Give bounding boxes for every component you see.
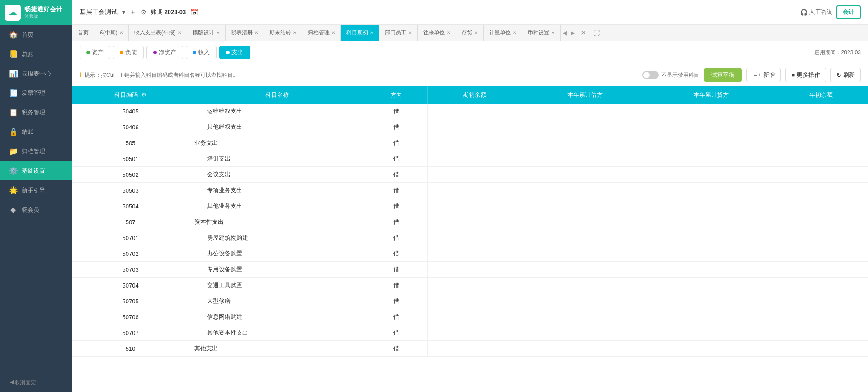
refresh-icon: ↻ — [836, 72, 841, 79]
sidebar-item-archive[interactable]: 📁 归档管理 — [0, 142, 72, 161]
tab-close-currency[interactable]: ✕ — [551, 30, 555, 35]
column-settings-icon[interactable]: ⚙ — [142, 92, 146, 98]
cell-direction: 借 — [365, 214, 428, 230]
cell-year-credit — [648, 135, 774, 151]
tab-home[interactable]: 首页 — [72, 25, 94, 41]
calculate-btn[interactable]: 试算平衡 — [704, 68, 742, 82]
tab-subject-period[interactable]: 科目期初 ✕ — [341, 25, 379, 41]
table-row[interactable]: 50406 其他维权支出 借 — [72, 119, 868, 135]
table-row[interactable]: 50501 培训支出 借 — [72, 151, 868, 167]
table-row[interactable]: 50706 信息网络购建 借 — [72, 309, 868, 325]
sidebar-item-guide[interactable]: 🌟 新手引导 — [0, 180, 72, 200]
sidebar-item-tax[interactable]: 📋 税务管理 — [0, 103, 72, 122]
cell-year-balance — [774, 341, 868, 357]
dot-income — [193, 51, 196, 54]
table-row[interactable]: 50701 房屋建筑物购建 借 — [72, 230, 868, 246]
settings-btn[interactable]: ⚙ — [141, 9, 146, 16]
table-row[interactable]: 50702 办公设备购置 借 — [72, 246, 868, 262]
reports-icon: 📊 — [9, 69, 17, 78]
refresh-btn[interactable]: ↻ 刷新 — [830, 68, 861, 82]
sidebar-item-home[interactable]: 🏠 首页 — [0, 25, 72, 44]
dot-asset — [86, 51, 90, 54]
sidebar-label-invoice: 发票管理 — [22, 89, 45, 97]
tab-inventory[interactable]: 存货 ✕ — [456, 25, 484, 41]
user-role-btn[interactable]: 会计 — [836, 5, 861, 19]
tab-unit[interactable]: 计量单位 ✕ — [484, 25, 522, 41]
tab-close-period-mid[interactable]: ✕ — [119, 30, 123, 35]
tab-close-template[interactable]: ✕ — [216, 30, 220, 35]
tab-period-end[interactable]: 期末结转 ✕ — [264, 25, 302, 41]
toggle-disabled-switch[interactable] — [642, 71, 659, 79]
sidebar-item-member[interactable]: ◆ 畅会员 — [0, 200, 72, 219]
tab-close-all-btn[interactable]: ✕ — [577, 28, 590, 37]
tab-close-inventory[interactable]: ✕ — [474, 30, 478, 35]
table-row[interactable]: 50504 其他业务支出 借 — [72, 198, 868, 214]
cell-year-balance — [774, 167, 868, 183]
calendar-icon[interactable]: 📅 — [190, 9, 198, 16]
more-btn[interactable]: ≡ 更多操作 — [785, 68, 826, 82]
cell-year-balance — [774, 278, 868, 293]
cell-opening — [428, 262, 522, 278]
filter-tab-net-asset[interactable]: 净资产 — [146, 46, 183, 59]
cell-year-balance — [774, 183, 868, 198]
cell-opening — [428, 230, 522, 246]
tab-currency[interactable]: 币种设置 ✕ — [522, 25, 561, 41]
toggle-knob — [643, 72, 650, 78]
filter-tab-asset[interactable]: 资产 — [80, 46, 110, 59]
tab-close-dept[interactable]: ✕ — [408, 30, 412, 35]
filter-tab-liability[interactable]: 负债 — [113, 46, 144, 59]
tab-label-period-mid: £(中期) — [100, 29, 118, 37]
tab-close-archive[interactable]: ✕ — [331, 30, 335, 35]
ledger-icon: 📒 — [9, 50, 17, 58]
table-row[interactable]: 510 其他支出 借 — [72, 341, 868, 357]
table-row[interactable]: 50405 运维维权支出 借 — [72, 104, 868, 119]
tab-close-unit[interactable]: ✕ — [513, 30, 516, 35]
help-btn[interactable]: 🎧 人工咨询 — [800, 8, 833, 16]
cell-opening — [428, 183, 522, 198]
table-row[interactable]: 50707 其他资本性支出 借 — [72, 325, 868, 341]
tab-tax[interactable]: 税表清册 ✕ — [226, 25, 264, 41]
table-row[interactable]: 50503 专项业务支出 借 — [72, 183, 868, 198]
filter-tab-expense[interactable]: 支出 — [219, 46, 250, 59]
table-row[interactable]: 50502 会议支出 借 — [72, 167, 868, 183]
cell-code: 50703 — [72, 262, 189, 278]
cell-year-credit — [648, 183, 774, 198]
tab-prev-btn[interactable]: ◀ — [561, 29, 569, 36]
tab-close-period-end[interactable]: ✕ — [293, 30, 297, 35]
tab-archive[interactable]: 归档管理 ✕ — [302, 25, 341, 41]
sidebar-item-closing[interactable]: 🔒 结账 — [0, 122, 72, 142]
table-row[interactable]: 50704 交通工具购置 借 — [72, 278, 868, 293]
table-row[interactable]: 50703 专用设备购置 借 — [72, 262, 868, 278]
tab-close-tax[interactable]: ✕ — [255, 30, 258, 35]
table-row[interactable]: 505 业务支出 借 — [72, 135, 868, 151]
cell-direction: 借 — [365, 167, 428, 183]
tab-income-year[interactable]: 收入支出表(年报) ✕ — [129, 25, 187, 41]
tab-dept[interactable]: 部门员工 ✕ — [379, 25, 418, 41]
sidebar-item-invoice[interactable]: 🧾 发票管理 — [0, 83, 72, 103]
table-row[interactable]: 507 资本性支出 借 — [72, 214, 868, 230]
tab-close-subject-period[interactable]: ✕ — [370, 30, 373, 35]
tab-template[interactable]: 模版设计 ✕ — [187, 25, 226, 41]
subject-table: 科目编码 ⚙ 科目名称 方向 期初余额 本年累计借方 本年累计贷方 年初余额 5… — [72, 86, 868, 357]
company-dropdown-icon[interactable]: ▾ — [122, 9, 125, 16]
sidebar-logo: ☁ 畅捷通好会计 体验版 — [0, 0, 72, 25]
filter-tab-income[interactable]: 收入 — [186, 46, 217, 59]
cell-name: 房屋建筑物购建 — [189, 230, 365, 246]
tab-period-mid[interactable]: £(中期) ✕ — [94, 25, 129, 41]
sidebar-item-settings[interactable]: ⚙️ 基础设置 — [0, 161, 72, 180]
cell-name: 培训支出 — [189, 151, 365, 167]
sidebar-item-ledger[interactable]: 📒 总账 — [0, 44, 72, 64]
sidebar-collapse[interactable]: ◀取消固定 — [0, 373, 72, 392]
tab-close-partner[interactable]: ✕ — [447, 30, 450, 35]
tab-next-btn[interactable]: ▶ — [569, 29, 577, 36]
sidebar-item-reports[interactable]: 📊 云报表中心 — [0, 64, 72, 83]
tab-expand-btn[interactable]: ⛶ — [590, 29, 604, 37]
table-row[interactable]: 50705 大型修缮 借 — [72, 293, 868, 309]
add-btn[interactable]: ＋ + 新增 — [746, 68, 781, 82]
cell-year-balance — [774, 119, 868, 135]
cell-direction: 借 — [365, 135, 428, 151]
tab-partner[interactable]: 往来单位 ✕ — [418, 25, 456, 41]
tab-close-income-year[interactable]: ✕ — [178, 30, 181, 35]
cell-year-credit — [648, 230, 774, 246]
add-company-btn[interactable]: ＋ — [130, 8, 136, 16]
